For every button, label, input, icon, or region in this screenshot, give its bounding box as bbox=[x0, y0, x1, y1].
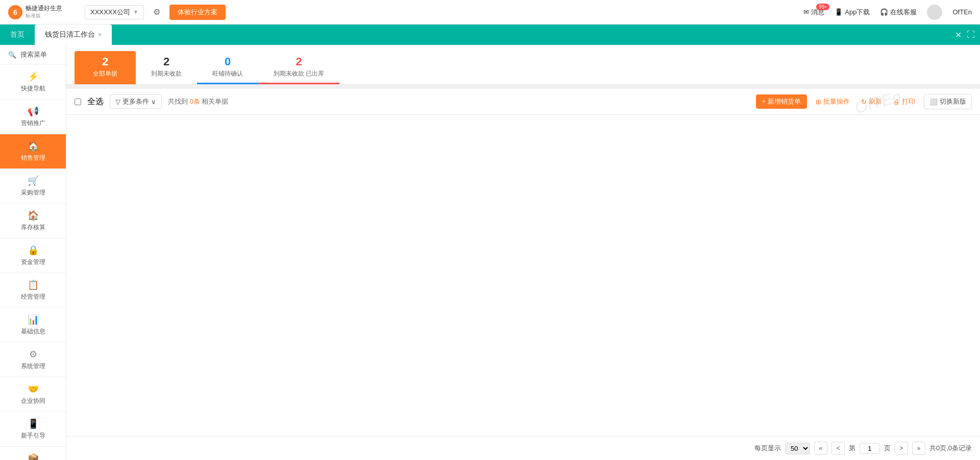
sidebar-item-inventory[interactable]: 🏠 库存核算 bbox=[0, 204, 66, 238]
prev-page-button[interactable]: < bbox=[831, 442, 845, 455]
app-download-label: App下载 bbox=[845, 8, 870, 17]
settings-button[interactable]: ⚙ bbox=[149, 5, 164, 20]
select-all-checkbox[interactable] bbox=[75, 99, 81, 105]
page-label: 第 bbox=[849, 444, 855, 453]
message-button[interactable]: ✉ 消息 99+ bbox=[803, 8, 824, 17]
sidebar-item-label: 资金管理 bbox=[21, 258, 45, 267]
sidebar-item-purchase[interactable]: 🛒 采购管理 bbox=[0, 169, 66, 204]
tab-workbench-label: 钱货日清工作台 bbox=[45, 30, 95, 39]
tab-close-icon[interactable]: × bbox=[98, 31, 102, 38]
sidebar-item-label: 采购管理 bbox=[21, 188, 45, 197]
print-button[interactable]: 🖨 打印 bbox=[891, 94, 918, 109]
tab-home[interactable]: 首页 bbox=[0, 25, 35, 45]
content-area: 2 全部单据 2 到期未收款 0 旺铺待确认 2 到期未收款 已出库 全选 ▽ … bbox=[66, 45, 980, 460]
found-suffix: 相关单据 bbox=[202, 98, 228, 105]
page-suffix: 页 bbox=[884, 444, 891, 453]
stats-tabs: 2 全部单据 2 到期未收款 0 旺铺待确认 2 到期未收款 已出库 bbox=[66, 45, 980, 85]
stat-num-all: 2 bbox=[102, 55, 108, 68]
sidebar-item-marketing[interactable]: 📢 营销推广 bbox=[0, 100, 66, 134]
base-info-icon: 📊 bbox=[28, 314, 39, 325]
stat-label-all: 全部单据 bbox=[93, 69, 117, 78]
sidebar-item-app-center[interactable]: 📦 应用中心 bbox=[0, 447, 66, 460]
last-page-button[interactable]: » bbox=[912, 442, 925, 455]
stat-label-pending: 旺铺待确认 bbox=[212, 69, 243, 78]
operations-icon: 📋 bbox=[28, 279, 39, 290]
found-text: 共找到 0条 相关单据 bbox=[168, 97, 228, 106]
filter-label: 更多条件 bbox=[122, 97, 149, 106]
stat-label-shipped: 到期未收款 已出库 bbox=[274, 69, 324, 78]
logo-area: 6 畅捷通好生意 标准版 bbox=[8, 5, 75, 20]
stat-tab-pending[interactable]: 0 旺铺待确认 bbox=[197, 51, 258, 84]
company-dropdown-arrow: ▼ bbox=[133, 9, 138, 15]
logo-sub: 标准版 bbox=[26, 12, 62, 19]
first-page-button[interactable]: « bbox=[814, 442, 827, 455]
message-badge: 99+ bbox=[816, 4, 829, 10]
sidebar-item-label: 经营管理 bbox=[21, 293, 45, 301]
per-page-label: 每页显示 bbox=[754, 444, 781, 453]
per-page-select[interactable]: 50 bbox=[785, 443, 810, 454]
page-number-input[interactable] bbox=[860, 443, 880, 454]
filter-arrow-icon: ∨ bbox=[151, 98, 156, 106]
system-icon: ⚙ bbox=[29, 349, 37, 360]
stat-num-shipped: 2 bbox=[296, 55, 302, 68]
stat-tab-all[interactable]: 2 全部单据 bbox=[75, 51, 136, 84]
sales-icon: 🏠 bbox=[28, 140, 39, 152]
print-icon: 🖨 bbox=[893, 98, 900, 106]
avatar[interactable] bbox=[927, 5, 942, 20]
next-page-button[interactable]: > bbox=[895, 442, 908, 455]
app-download-button[interactable]: 📱 App下载 bbox=[835, 8, 870, 17]
batch-operation-button[interactable]: ⊞ 批量操作 bbox=[813, 94, 852, 109]
stat-num-overdue: 2 bbox=[163, 55, 169, 68]
sidebar-item-guide[interactable]: 📱 新手引导 bbox=[0, 412, 66, 447]
logo-icon: 6 bbox=[8, 5, 22, 19]
toolbar-right: + 新增销货单 ⊞ 批量操作 ↻ 刷新 🖨 打印 ⬜ 切换新版 bbox=[756, 94, 972, 109]
enterprise-icon: 🤝 bbox=[28, 383, 39, 395]
sidebar-item-finance[interactable]: 🔒 资金管理 bbox=[0, 238, 66, 273]
filter-button[interactable]: ▽ 更多条件 ∨ bbox=[110, 94, 162, 109]
sidebar-item-label: 新手引导 bbox=[21, 431, 45, 440]
stat-tab-shipped[interactable]: 2 到期未收款 已出库 bbox=[258, 51, 339, 84]
pagination: 每页显示 50 « < 第 页 > » 共0页,0条记录 bbox=[66, 436, 980, 460]
table-area bbox=[66, 115, 980, 436]
user-name: OfTEn bbox=[952, 8, 972, 16]
finance-icon: 🔒 bbox=[28, 245, 39, 256]
search-menu-item[interactable]: 🔍 搜索菜单 bbox=[0, 45, 66, 65]
sidebar-item-label: 销售管理 bbox=[21, 154, 45, 162]
filter-icon: ▽ bbox=[115, 98, 120, 106]
tab-workbench[interactable]: 钱货日清工作台 × bbox=[35, 25, 112, 45]
sidebar-item-label: 企业协同 bbox=[21, 397, 45, 405]
company-select[interactable]: XXXXXX公司 ▼ bbox=[85, 5, 144, 19]
window-close-icon[interactable]: ✕ bbox=[955, 30, 962, 40]
online-service-label: 在线客服 bbox=[890, 8, 917, 17]
stat-tab-overdue[interactable]: 2 到期未收款 bbox=[136, 51, 197, 84]
search-menu-label: 搜索菜单 bbox=[20, 50, 47, 59]
select-all-label: 全选 bbox=[87, 96, 104, 107]
quick-nav-icon: ⚡ bbox=[28, 71, 39, 82]
guide-icon: 📱 bbox=[28, 418, 39, 429]
sidebar-item-system[interactable]: ⚙ 系统管理 bbox=[0, 343, 66, 377]
sidebar-item-sales[interactable]: 🏠 销售管理 bbox=[0, 134, 66, 169]
switch-version-button[interactable]: ⬜ 切换新版 bbox=[924, 94, 972, 109]
total-records: 共0页,0条记录 bbox=[929, 444, 972, 453]
sidebar-item-base-info[interactable]: 📊 基础信息 bbox=[0, 308, 66, 343]
window-expand-icon[interactable]: ⛶ bbox=[967, 30, 975, 39]
sidebar-item-label: 系统管理 bbox=[21, 362, 45, 371]
online-service-button[interactable]: 🎧 在线客服 bbox=[880, 8, 917, 17]
search-icon: 🔍 bbox=[8, 51, 16, 59]
sidebar-item-enterprise[interactable]: 🤝 企业协同 bbox=[0, 377, 66, 412]
switch-icon: ⬜ bbox=[929, 98, 938, 106]
refresh-button[interactable]: ↻ 刷新 bbox=[859, 94, 885, 109]
sidebar: 🔍 搜索菜单 ⚡ 快捷导航 📢 营销推广 🏠 销售管理 🛒 采购管理 🏠 库存核… bbox=[0, 45, 66, 460]
logo-name: 畅捷通好生意 bbox=[26, 5, 62, 13]
sidebar-item-quick-nav[interactable]: ⚡ 快捷导航 bbox=[0, 65, 66, 100]
refresh-icon: ↻ bbox=[861, 98, 867, 106]
sidebar-item-label: 库存核算 bbox=[21, 223, 45, 232]
headset-icon: 🎧 bbox=[880, 8, 888, 16]
sidebar-item-operations[interactable]: 📋 经营管理 bbox=[0, 273, 66, 308]
add-sale-button[interactable]: + 新增销货单 bbox=[756, 94, 807, 109]
nav-tabs: 首页 钱货日清工作台 × ✕ ⛶ bbox=[0, 25, 980, 45]
trial-button[interactable]: 体验行业方案 bbox=[169, 5, 226, 20]
sidebar-item-label: 基础信息 bbox=[21, 327, 45, 336]
batch-label: 批量操作 bbox=[823, 97, 850, 106]
found-prefix: 共找到 bbox=[168, 98, 188, 105]
